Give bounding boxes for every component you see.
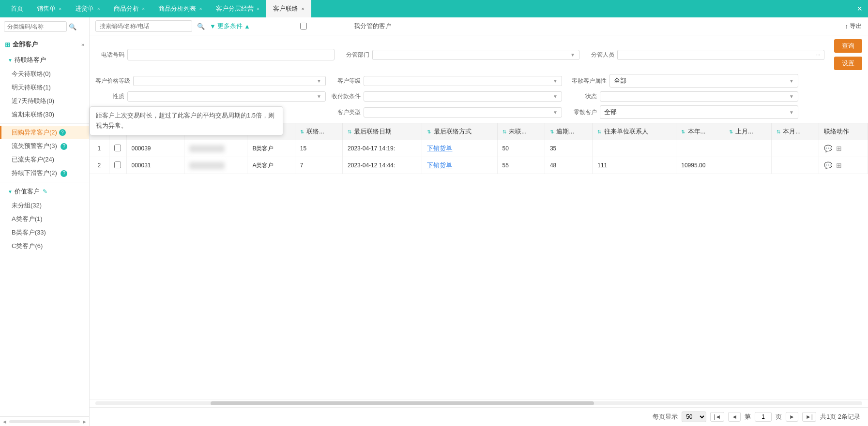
sidebar-item-ungrouped[interactable]: 未分组(32) — [0, 199, 89, 212]
row-contacts-2: 7 — [295, 157, 342, 174]
filter-row-2: 客户价格等级 ▼ 客户等级 ▼ 零散客户属性 全部 ▼ — [95, 74, 862, 88]
last-method-link-2[interactable]: 下销货单 — [427, 162, 452, 169]
retail-customer-select[interactable]: 全部 ▼ — [600, 105, 798, 119]
last-page-button[interactable]: ►| — [802, 412, 816, 422]
customer-level-select[interactable]: ▼ — [364, 76, 562, 86]
grid-action-icon-2[interactable]: ⊞ — [836, 162, 842, 169]
close-product-analysis-list[interactable]: × — [199, 6, 202, 12]
row-type-2: A类客户 — [247, 157, 295, 174]
my-customers-checkbox[interactable] — [255, 23, 352, 29]
blurred-name-2: ████████ — [189, 162, 225, 169]
sort-icon-9: ⇅ — [597, 129, 601, 134]
sidebar-item-b-class[interactable]: B类客户(33) — [0, 226, 89, 239]
phone-input[interactable] — [127, 49, 335, 60]
sort-icon-7: ⇅ — [503, 129, 506, 134]
nav-purchase-order[interactable]: 进货单 × — [68, 0, 107, 17]
sidebar-search-button[interactable]: 🔍 — [69, 23, 76, 30]
sidebar-value-customers[interactable]: ▼ 价值客户 ✎ — [0, 184, 89, 199]
dept-select[interactable]: ▼ — [372, 50, 579, 60]
prev-page-button[interactable]: ◄ — [728, 412, 741, 422]
manager-select[interactable]: ··· — [617, 50, 824, 60]
row-action-1: 💬 ⊞ — [819, 140, 868, 157]
payment-select[interactable]: ▼ — [364, 91, 562, 102]
customer-type-select[interactable]: ▼ — [364, 107, 562, 118]
sidebar-item-c-class[interactable]: C类客户(6) — [0, 239, 89, 253]
chevron-down-icon: ▼ — [570, 52, 575, 58]
blurred-name-1: ████████ — [189, 145, 225, 152]
close-purchase-order[interactable]: × — [97, 6, 100, 12]
chevron-down-icon-5: ▼ — [789, 78, 794, 84]
row-this-year-2: 10995.00 — [676, 157, 724, 174]
customer-level-field: 客户等级 ▼ — [332, 76, 562, 86]
data-table-container: ⚙ ⇅ 客户编码 ⇅ 客户名称 — [90, 123, 868, 399]
manager-label: 分管人员 — [585, 51, 614, 59]
per-page-select[interactable]: 20 50 100 — [682, 411, 706, 422]
close-window-icon[interactable]: × — [857, 4, 862, 14]
sidebar-all-customers[interactable]: ⊞ 全部客户 » — [0, 36, 89, 53]
row-code-2: 000031 — [126, 157, 184, 174]
row-contact-person-1 — [593, 140, 676, 157]
more-conditions-button[interactable]: ▼ 更多条件 ▲ — [210, 22, 250, 30]
close-sales-order[interactable]: × — [59, 6, 61, 12]
arrow-down-icon-2: ▼ — [8, 189, 13, 194]
sidebar-item-7days[interactable]: 近7天待联络(0) — [0, 94, 89, 108]
manager-field: 分管人员 ··· — [585, 50, 824, 60]
collapse-icon: » — [81, 42, 84, 47]
sidebar-item-abnormal-repurchase[interactable]: 回购异常客户(2) ? — [0, 126, 89, 139]
customer-level-label: 客户等级 — [332, 77, 361, 85]
row-last-date-2: 2023-04-12 14:44: — [343, 157, 422, 174]
grid-action-icon-1[interactable]: ⊞ — [836, 145, 842, 152]
close-customer-segment[interactable]: × — [257, 6, 259, 12]
next-page-button[interactable]: ► — [786, 412, 798, 422]
customer-type-field: 客户类型 ▼ — [332, 107, 562, 118]
nav-product-analysis[interactable]: 商品分析 × — [107, 0, 152, 17]
chevron-up-icon: ▲ — [244, 23, 250, 30]
action-icons-2: 💬 ⊞ — [824, 162, 863, 169]
close-product-analysis[interactable]: × — [142, 6, 145, 12]
chat-icon-1[interactable]: 💬 — [824, 145, 832, 152]
export-button[interactable]: ↑ 导出 — [845, 22, 863, 30]
row-num-1: 1 — [90, 140, 109, 157]
nav-home[interactable]: 首页 — [4, 0, 30, 17]
search-input[interactable] — [95, 20, 192, 32]
sidebar-item-lost-pre[interactable]: 流失预警客户(3) ? — [0, 139, 89, 153]
query-button[interactable]: 查询 — [834, 39, 862, 53]
chevron-down-icon-7: ▼ — [553, 94, 558, 99]
table-row: 2 000031 ████████ A类客户 7 2023-04-12 14:4… — [90, 157, 868, 174]
sidebar-search-input[interactable] — [4, 21, 67, 32]
my-customers-checkbox-label[interactable]: 我分管的客户 — [255, 22, 392, 30]
tooltip-box: 距客户上次交易时长，超过了此客户的平均交易周期的1.5倍，则视为异常。 — [90, 106, 283, 135]
info-icon: ? — [59, 129, 66, 136]
sidebar-item-lost[interactable]: 已流失客户(24) — [0, 153, 89, 166]
row-this-month-1 — [771, 140, 819, 157]
sidebar-item-overdue[interactable]: 逾期未联络(30) — [0, 108, 89, 121]
sidebar-item-today[interactable]: 今天待联络(0) — [0, 67, 89, 81]
nav-customer-contact[interactable]: 客户联络 × — [266, 0, 311, 17]
edit-icon[interactable]: ✎ — [43, 188, 47, 195]
sidebar-item-tomorrow[interactable]: 明天待联络(1) — [0, 81, 89, 94]
nav-sales-order[interactable]: 销售单 × — [30, 0, 68, 17]
sidebar-item-declining[interactable]: 持续下滑客户(2) ? — [0, 166, 89, 180]
tooltip-text: 距客户上次交易时长，超过了此客户的平均交易周期的1.5倍，则视为异常。 — [96, 112, 274, 129]
horizontal-scrollbar[interactable] — [90, 399, 868, 407]
th-contact-person: ⇅ 往来单位联系人 — [593, 123, 676, 140]
first-page-button[interactable]: |◄ — [710, 412, 724, 422]
row-1-checkbox[interactable] — [114, 145, 121, 151]
retail-attr-select[interactable]: 全部 ▼ — [609, 74, 798, 88]
price-level-select[interactable]: ▼ — [133, 76, 326, 86]
info-icon-2: ? — [61, 143, 67, 150]
last-method-link-1[interactable]: 下销货单 — [427, 145, 452, 152]
settings-button[interactable]: 设置 — [834, 57, 862, 70]
gender-select[interactable]: ▼ — [127, 91, 326, 102]
status-select[interactable]: ▼ — [600, 91, 798, 102]
close-customer-contact[interactable]: × — [301, 6, 304, 12]
nav-customer-segment[interactable]: 客户分层经营 × — [209, 0, 266, 17]
chat-icon-2[interactable]: 💬 — [824, 162, 832, 169]
sidebar-item-a-class[interactable]: A类客户(1) — [0, 212, 89, 226]
sidebar-pending-contact[interactable]: ▼ 待联络客户 — [0, 53, 89, 67]
page-input[interactable] — [755, 412, 772, 422]
row-2-checkbox[interactable] — [114, 162, 121, 168]
row-overdue-2: 48 — [545, 157, 592, 174]
retail-attr-label: 零散客户属性 — [568, 77, 607, 85]
nav-product-analysis-list[interactable]: 商品分析列表 × — [152, 0, 209, 17]
